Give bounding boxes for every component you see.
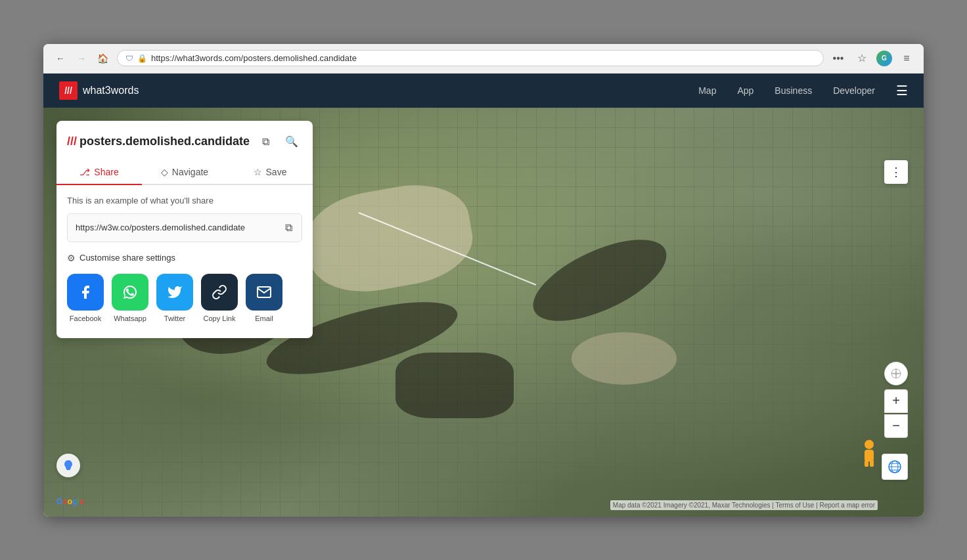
save-tab-icon: ☆: [254, 167, 262, 177]
svg-rect-10: [870, 460, 874, 467]
gear-icon: ⚙: [67, 253, 76, 263]
browser-window: ← → 🏠 🛡 🔒 https://what3words.com/posters…: [43, 44, 924, 517]
side-panel: /// posters.demolished.candidate ⧉ 🔍 ⎇ S…: [56, 121, 313, 338]
panel-tabs: ⎇ Share ◇ Navigate ☆ Save: [56, 160, 313, 185]
facebook-icon: [67, 274, 104, 311]
address-bar[interactable]: 🛡 🔒 https://what3words.com/posters.demol…: [117, 50, 824, 66]
twitter-share-button[interactable]: Twitter: [156, 274, 193, 322]
street-view-pegman[interactable]: [859, 439, 879, 471]
svg-rect-8: [865, 450, 874, 462]
navigate-tab-icon: ◇: [161, 167, 168, 177]
app-header: /// what3words Map App Business Develope…: [43, 74, 924, 108]
lock-icon: 🔒: [137, 54, 147, 63]
zoom-controls: + −: [884, 389, 908, 438]
tab-navigate[interactable]: ◇ Navigate: [142, 160, 227, 185]
panel-content: This is an example of what you'll share …: [56, 185, 313, 338]
more-button[interactable]: •••: [829, 49, 847, 68]
zoom-in-button[interactable]: +: [884, 389, 908, 413]
map-menu-button[interactable]: ⋮: [884, 160, 908, 184]
copy-address-button[interactable]: ⧉: [255, 131, 276, 152]
tab-save-label: Save: [266, 167, 287, 177]
share-tab-icon: ⎇: [79, 167, 90, 177]
share-link-box: https://w3w.co/posters.demolished.candid…: [67, 213, 302, 242]
map-controls: ⋮: [884, 160, 908, 184]
app-logo: /// what3words: [59, 81, 139, 100]
compass-button[interactable]: [884, 362, 908, 385]
nav-developer[interactable]: Developer: [833, 85, 875, 96]
zoom-out-button[interactable]: −: [884, 414, 908, 438]
nav-buttons: ← → 🏠: [51, 49, 112, 68]
share-buttons: Facebook Whatsapp: [67, 274, 302, 328]
w3w-logo-icon: ///: [59, 81, 78, 100]
customise-share-link[interactable]: ⚙ Customise share settings: [67, 253, 302, 263]
svg-rect-9: [865, 460, 868, 467]
pegman-icon: [859, 439, 879, 468]
email-label: Email: [255, 314, 273, 322]
svg-rect-16: [66, 469, 70, 470]
w3w-address: /// posters.demolished.candidate: [67, 135, 250, 148]
browser-actions: ••• ☆ G ≡: [829, 49, 916, 68]
forward-button[interactable]: →: [72, 49, 91, 68]
map-attribution: Map data ©2021 Imagery ©2021, Maxar Tech…: [610, 500, 878, 510]
tab-share[interactable]: ⎇ Share: [56, 160, 142, 185]
nav-business[interactable]: Business: [775, 85, 812, 96]
bookmark-button[interactable]: ☆: [853, 49, 871, 68]
share-link-text: https://w3w.co/posters.demolished.candid…: [76, 223, 284, 232]
google-branding: Google: [56, 497, 83, 506]
address-prefix: ///: [67, 135, 77, 148]
app-nav: Map App Business Developer ☰: [698, 83, 908, 98]
app-area: /// what3words Map App Business Develope…: [43, 74, 924, 517]
search-button[interactable]: 🔍: [281, 131, 302, 152]
nav-menu-icon[interactable]: ☰: [896, 83, 908, 98]
email-share-button[interactable]: Email: [246, 274, 282, 322]
shield-icon: 🛡: [125, 54, 133, 63]
share-description: This is an example of what you'll share: [67, 196, 302, 205]
copylink-label: Copy Link: [204, 314, 236, 322]
panel-header: /// posters.demolished.candidate ⧉ 🔍: [56, 121, 313, 152]
twitter-icon: [156, 274, 193, 311]
url-text: https://what3words.com/posters.demolishe…: [151, 53, 815, 63]
lightbulb-button[interactable]: [56, 454, 80, 477]
lightbulb-icon: [62, 459, 75, 472]
svg-point-2: [895, 372, 897, 375]
browser-chrome: ← → 🏠 🛡 🔒 https://what3words.com/posters…: [43, 44, 924, 74]
browser-menu-button[interactable]: ≡: [897, 49, 916, 68]
copylink-share-button[interactable]: Copy Link: [201, 274, 238, 322]
whatsapp-label: Whatsapp: [114, 314, 146, 322]
twitter-label: Twitter: [164, 314, 185, 322]
globe-icon: [888, 460, 902, 474]
back-button[interactable]: ←: [51, 49, 70, 68]
email-icon: [246, 274, 282, 311]
panel-header-actions: ⧉ 🔍: [255, 131, 302, 152]
compass-icon: [891, 368, 901, 379]
facebook-label: Facebook: [70, 314, 101, 322]
tab-save[interactable]: ☆ Save: [227, 160, 313, 185]
google-logo: Google: [56, 497, 83, 506]
profile-icon[interactable]: G: [876, 51, 892, 66]
svg-point-7: [865, 440, 874, 449]
whatsapp-share-button[interactable]: Whatsapp: [112, 274, 148, 322]
facebook-share-button[interactable]: Facebook: [67, 274, 104, 322]
map-container[interactable]: /// posters.demolished.candidate ⧉ 🔍 ⎇ S…: [43, 108, 924, 517]
copy-link-button[interactable]: ⧉: [284, 221, 294, 235]
layer-button[interactable]: [882, 454, 908, 480]
customise-label: Customise share settings: [79, 253, 175, 263]
nav-app[interactable]: App: [737, 85, 753, 96]
tab-navigate-label: Navigate: [172, 167, 208, 177]
tab-share-label: Share: [94, 167, 118, 177]
whatsapp-icon: [112, 274, 148, 311]
copylink-icon: [201, 274, 238, 311]
home-button[interactable]: 🏠: [93, 49, 112, 68]
nav-map[interactable]: Map: [698, 85, 716, 96]
address-words: posters.demolished.candidate: [79, 135, 250, 148]
app-name: what3words: [83, 85, 139, 97]
